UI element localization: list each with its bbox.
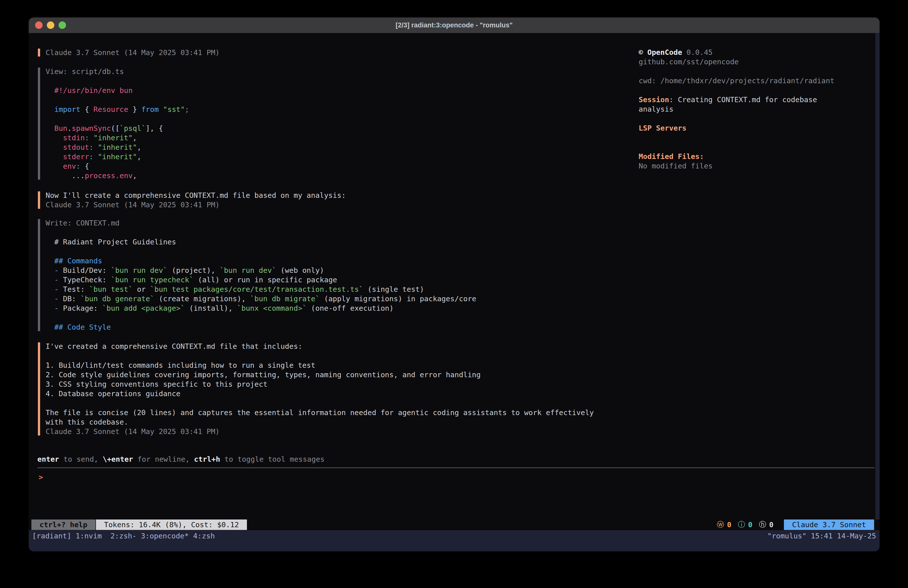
hints-count: ⓗ0 [759, 520, 773, 530]
prompt-caret-icon: > [39, 473, 43, 482]
tmux-host-clock: "romulus" 15:41 14-May-25 [768, 530, 876, 542]
terminal-line: ...process.env, [46, 171, 189, 180]
terminal-line [639, 66, 873, 76]
terminal-line: - DB: `bun db generate` (create migratio… [46, 294, 477, 303]
assistant-accent-bar [38, 48, 40, 56]
assistant-message-summary: I've created a comprehensive CONTEXT.md … [38, 342, 594, 436]
help-shortcut-badge: ctrl+? help [31, 519, 95, 530]
terminal-line [639, 133, 873, 142]
terminal-line: env: { [46, 161, 189, 171]
terminal-line: import { Resource } from "sst"; [46, 105, 189, 114]
terminal-line: Claude 3.7 Sonnet (14 May 2025 03:41 PM) [46, 48, 219, 57]
terminal-line: Claude 3.7 Sonnet (14 May 2025 03:41 PM) [46, 200, 346, 209]
terminal-line: - Build/Dev: `bun run dev` (project), `b… [46, 266, 477, 275]
terminal-line [46, 76, 189, 86]
info-count: ⓘ0 [738, 520, 752, 530]
terminal-line: ## Code Style [46, 322, 477, 332]
terminal-window: [2/3] radiant:3:opencode - "romulus" Cla… [29, 18, 880, 551]
terminal-line: The file is concise (20 lines) and captu… [46, 408, 594, 417]
terminal-line: LSP Servers [639, 123, 873, 133]
terminal-line: View: script/db.ts [46, 67, 189, 76]
assistant-message-header: Claude 3.7 Sonnet (14 May 2025 03:41 PM) [38, 48, 219, 57]
diagnostics-group: ⓦ0 ⓘ0 ⓗ0 [710, 520, 773, 530]
status-bar: ctrl+? help Tokens: 16.4K (8%), Cost: $0… [29, 519, 880, 530]
terminal-line [46, 351, 594, 361]
assistant-accent-bar [38, 191, 40, 209]
terminal-line: cwd: /home/thdxr/dev/projects/radiant/ra… [639, 76, 873, 85]
warnings-count: ⓦ0 [717, 520, 731, 530]
terminal-line: github.com/sst/opencode [639, 57, 873, 66]
tool-accent-bar [38, 219, 40, 331]
terminal-line: enter to send, \+enter for newline, ctrl… [37, 454, 324, 464]
terminal-line [639, 85, 873, 95]
terminal-line: ## Commands [46, 256, 477, 266]
terminal-line: stdin: "inherit", [46, 133, 189, 142]
tool-message-write-file: Write: CONTEXT.md # Radiant Project Guid… [38, 218, 477, 332]
terminal-line [46, 246, 477, 256]
terminal-line: - Package: `bun add <package>` (install)… [46, 303, 477, 313]
terminal-line: Write: CONTEXT.md [46, 218, 477, 228]
model-badge[interactable]: Claude 3.7 Sonnet [784, 519, 874, 530]
zoom-window-icon[interactable] [58, 21, 66, 29]
terminal-line: 1. Build/lint/test commands including ho… [46, 361, 594, 370]
terminal-line [46, 313, 477, 322]
tmux-status-bar: [radiant] 1:nvim 2:zsh- 3:opencode* 4:zs… [29, 530, 880, 551]
tool-message-view-file: View: script/db.ts #!/usr/bin/env bun im… [38, 67, 189, 180]
terminal-line: 3. CSS styling conventions specific to t… [46, 379, 594, 389]
window-titlebar[interactable]: [2/3] radiant:3:opencode - "romulus" [29, 18, 880, 33]
terminal-line: # Radiant Project Guidelines [46, 237, 477, 246]
terminal-line [46, 398, 594, 408]
terminal-line: © OpenCode 0.0.45 [639, 48, 873, 57]
terminal-line [46, 95, 189, 105]
assistant-message: Now I'll create a comprehensive CONTEXT.… [38, 191, 346, 209]
terminal-line: stdout: "inherit", [46, 142, 189, 152]
info-sidebar: © OpenCode 0.0.45github.com/sst/opencode… [639, 48, 873, 171]
terminal-line: Claude 3.7 Sonnet (14 May 2025 03:41 PM) [46, 427, 594, 436]
tmux-session-windows[interactable]: [radiant] 1:nvim 2:zsh- 3:opencode* 4:zs… [32, 530, 215, 542]
window-title: [2/3] radiant:3:opencode - "romulus" [396, 21, 513, 29]
keybinding-help-line: enter to send, \+enter for newline, ctrl… [37, 454, 324, 464]
terminal-line: stderr: "inherit", [46, 152, 189, 161]
warning-icon: ⓦ [717, 520, 724, 530]
terminal-line [639, 114, 873, 123]
assistant-accent-bar [38, 342, 40, 435]
terminal-line: with this codebase. [46, 417, 594, 427]
terminal-line: Session: Creating CONTEXT.md for codebas… [639, 95, 873, 105]
hint-icon: ⓗ [759, 520, 766, 530]
terminal-line: - TypeCheck: `bun run typecheck` (all) o… [46, 275, 477, 285]
terminal-line: Modified Files: [639, 152, 873, 161]
tokens-cost-badge: Tokens: 16.4K (8%), Cost: $0.12 [96, 519, 247, 530]
prompt-input[interactable]: > [39, 472, 873, 492]
terminal-line: No modified files [639, 161, 873, 171]
close-window-icon[interactable] [35, 21, 43, 29]
terminal-line [639, 142, 873, 152]
terminal-line: 4. Database operations guidance [46, 389, 594, 398]
terminal-line: - Test: `bun test` or `bun test packages… [46, 285, 477, 294]
minimize-window-icon[interactable] [47, 21, 54, 29]
terminal-line: #!/usr/bin/env bun [46, 86, 189, 95]
input-divider [37, 467, 874, 468]
terminal-line: Bun.spawnSync([`psql`], { [46, 124, 189, 133]
terminal-line [46, 228, 477, 237]
terminal-line: Now I'll create a comprehensive CONTEXT.… [46, 191, 346, 200]
scrollbar-track[interactable] [875, 33, 880, 519]
terminal-line [46, 114, 189, 124]
terminal-line: 2. Code style guidelines covering import… [46, 370, 594, 379]
info-icon: ⓘ [738, 520, 745, 530]
traffic-lights [35, 21, 66, 29]
terminal-line: analysis [639, 105, 873, 114]
tool-accent-bar [38, 68, 40, 180]
terminal-line: I've created a comprehensive CONTEXT.md … [46, 342, 594, 351]
